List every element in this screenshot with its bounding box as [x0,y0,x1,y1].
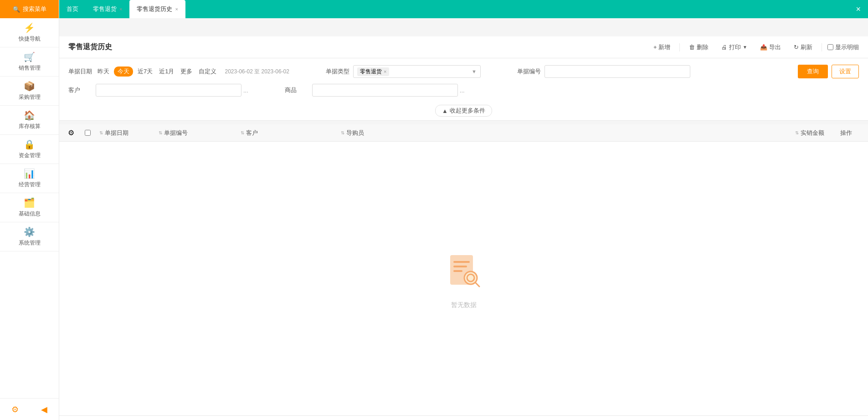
select-all-checkbox[interactable] [85,130,91,136]
print-arrow-icon: ▼ [743,45,747,50]
collapse-icon[interactable]: ◀ [41,405,47,415]
sidebar-item-system[interactable]: ⚙️ 系统管理 [0,222,59,251]
bill-type-select[interactable]: 零售退货 × ▼ [353,65,481,78]
bill-type-label: 单据类型 [326,67,353,76]
sidebar-item-sales-mgmt[interactable]: 🛒 销售管理 [0,47,59,77]
query-button[interactable]: 查询 [798,65,828,78]
sidebar-bottom: ⚙ ◀ [0,398,59,420]
th-date[interactable]: ⇅ 单据日期 [96,129,155,137]
empty-icon [441,248,487,294]
empty-text: 暂无数据 [451,301,477,309]
filter-collapse-row: ▲ 收起更多条件 [68,102,859,120]
tab-retail-return-close[interactable]: × [119,6,122,12]
date-option-7days[interactable]: 近7天 [136,67,154,77]
date-option-1month[interactable]: 近1月 [157,67,176,77]
svg-rect-3 [453,270,462,272]
basic-info-icon: 🗂️ [24,197,35,208]
bill-id-label: 单据编号 [517,67,544,76]
new-label: + 新增 [653,43,670,51]
new-button[interactable]: + 新增 [650,41,674,53]
goods-label: 商品 [285,86,312,94]
tab-retail-return-label: 零售退货 [93,5,117,13]
table-area: ⚙ ⇅ 单据日期 ⇅ 单据编号 ⇅ 客户 ⇅ 导购员 ⇅ [59,124,868,420]
operations-icon: 📊 [24,168,35,179]
tab-home[interactable]: 首页 [59,0,86,18]
export-button[interactable]: 📤 导出 [756,41,785,53]
date-options: 昨天 今天 近7天 近1月 更多 自定义 2023-06-02 至 2023-0… [96,67,289,77]
th-amount-label: 实销金额 [801,129,824,137]
show-detail-checkbox[interactable]: 显示明细 [827,43,859,51]
th-settings[interactable]: ⚙ [63,128,79,137]
th-action-label: 操作 [840,129,852,137]
table-settings-icon[interactable]: ⚙ [68,128,74,137]
export-icon: 📤 [760,44,767,51]
customer-input[interactable] [96,84,241,97]
svg-line-6 [476,283,479,287]
purchase-icon: 📦 [24,81,35,92]
th-id-label: 单据编号 [164,129,188,137]
sidebar-item-label: 基础信息 [19,210,41,218]
th-guide-sort-icon: ⇅ [341,130,344,135]
sidebar-search[interactable]: 🔍 搜索菜单 [0,0,59,18]
refresh-button[interactable]: ↻ 刷新 [790,41,816,53]
show-detail-input[interactable] [827,44,833,50]
th-amount-sort-icon: ⇅ [795,130,799,135]
collapse-button[interactable]: ▲ 收起更多条件 [435,105,492,117]
filter-area: 单据日期 昨天 今天 近7天 近1月 更多 自定义 2023-06-02 至 2… [59,58,868,121]
svg-rect-1 [453,261,470,263]
delete-icon: 🗑 [689,44,695,51]
inventory-icon: 🏠 [24,110,35,121]
date-option-custom[interactable]: 自定义 [197,67,218,77]
th-action: 操作 [828,129,864,137]
date-option-more[interactable]: 更多 [179,67,194,77]
show-detail-label: 显示明细 [835,43,859,51]
th-id-sort-icon: ⇅ [159,130,162,135]
bill-type-tag-label: 零售退货 [360,68,382,76]
sidebar-item-label: 库存核算 [19,123,41,130]
date-option-yesterday[interactable]: 昨天 [96,67,111,77]
goods-input[interactable] [312,84,458,97]
th-id[interactable]: ⇅ 单据编号 [155,129,237,137]
print-button[interactable]: 🖨 打印 ▼ [718,41,751,53]
date-option-today[interactable]: 今天 [114,67,133,77]
sidebar-item-label: 经营管理 [19,181,41,189]
tab-retail-return[interactable]: 零售退货 × [86,0,129,18]
bill-type-arrow-icon: ▼ [472,69,477,74]
date-filter-label: 单据日期 [68,67,96,76]
tab-retail-return-history-close[interactable]: × [175,6,178,12]
top-nav: 首页 零售退货 × 零售退货历史 × × [0,0,868,18]
th-customer[interactable]: ⇅ 客户 [237,129,337,137]
delete-button[interactable]: 🗑 删除 [685,41,712,53]
sidebar-item-label: 采购管理 [19,93,41,101]
sidebar-item-label: 系统管理 [19,239,41,247]
sidebar-item-quick-nav[interactable]: ⚡ 快捷导航 [0,18,59,47]
empty-state: 暂无数据 [59,142,868,415]
settings-icon[interactable]: ⚙ [11,405,19,415]
collapse-label: 收起更多条件 [450,107,485,115]
bill-type-tag: 零售退货 × [357,67,389,76]
sidebar-item-operations[interactable]: 📊 经营管理 [0,164,59,193]
svg-point-4 [464,271,477,284]
quick-nav-icon: ⚡ [24,22,35,33]
bill-type-tag-close[interactable]: × [384,69,386,74]
sidebar-item-purchase-mgmt[interactable]: 📦 采购管理 [0,77,59,106]
th-customer-label: 客户 [246,129,258,137]
sidebar-item-finance[interactable]: 🔒 资金管理 [0,135,59,164]
th-amount[interactable]: ⇅ 实销金额 [419,129,828,137]
tab-retail-return-history[interactable]: 零售退货历史 × [129,0,185,18]
setting-button[interactable]: 设置 [832,65,859,78]
export-label: 导出 [769,43,781,51]
refresh-icon: ↻ [794,44,799,51]
th-checkbox[interactable] [79,130,96,136]
bill-id-input[interactable] [544,65,690,78]
sidebar-search-label: 搜索菜单 [23,5,46,13]
sidebar-item-inventory[interactable]: 🏠 库存核算 [0,106,59,135]
sidebar-item-label: 销售管理 [19,64,41,72]
sidebar-item-basic-info[interactable]: 🗂️ 基础信息 [0,193,59,222]
refresh-label: 刷新 [801,43,812,51]
collapse-icon: ▲ [442,108,448,114]
filter-row-customer: 客户 ... 商品 ... [68,84,859,97]
th-guide[interactable]: ⇅ 导购员 [337,129,419,137]
customer-ellipsis: ... [243,87,248,94]
close-all-tabs[interactable]: × [856,5,861,14]
